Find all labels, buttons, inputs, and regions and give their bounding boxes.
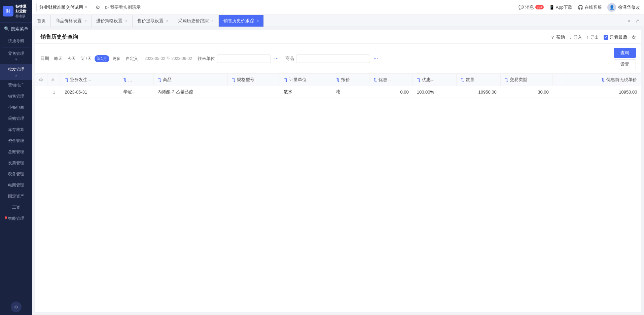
user-menu-button[interactable]: 👤 徐泽华修改 [607, 3, 640, 12]
version-selector[interactable]: 好业财标准版交付试用 ▾ [36, 3, 90, 12]
th-product[interactable]: ⇅ 商品 [153, 74, 227, 86]
date-custom-button[interactable]: 自定义 [123, 55, 140, 62]
sidebar-item-finance[interactable]: 资金管理 [0, 135, 32, 146]
topbar-settings-button[interactable]: ⚙ [94, 3, 101, 12]
table-row[interactable]: 1 2023-05-31 华谊... 丙烯酸-2-乙基己酯 [35, 86, 641, 98]
sidebar-logo: 财 畅捷通好业财 标准版 [0, 0, 32, 23]
sort-discount2-icon: ⇅ [417, 77, 421, 82]
sort-txtype-icon: ⇅ [505, 77, 508, 82]
th-spec[interactable]: ⇅ 规格型号 [227, 74, 280, 86]
date-last7-button[interactable]: 近7天 [79, 55, 94, 62]
tab-sales-history[interactable]: 销售历史价跟踪 × [219, 15, 264, 27]
date-today-button[interactable]: 今天 [65, 55, 78, 62]
checkbox-icon: ✓ [604, 35, 608, 40]
tab-close-sale-extract[interactable]: × [166, 19, 168, 23]
sidebar-item-sales[interactable]: 销售管理 [0, 91, 32, 102]
message-icon: 💬 [518, 5, 524, 10]
th-seq: # [47, 74, 61, 86]
logo-text: 畅捷通好业财 标准版 [15, 4, 30, 18]
topbar-actions: 💬 消息 99+ 📱 App下载 🎧 在线客服 👤 徐泽华修改 [518, 3, 640, 12]
date-last1m-button[interactable]: 近1月 [95, 55, 110, 62]
td-spec [227, 86, 280, 98]
expand-tab-panel-button[interactable]: ⤢ [633, 17, 641, 25]
th-price[interactable]: ⇅ 报价 [332, 74, 369, 86]
only-last-checkbox[interactable]: ✓ 只看最后一次 [604, 34, 636, 40]
date-range-text: 2023-05-02 至 2023-06-02 [144, 56, 192, 62]
th-qty[interactable]: ⇅ 数量 [456, 74, 501, 86]
filter-action-buttons: 查询 设置 [614, 48, 636, 69]
search-icon: 🔍 [4, 26, 9, 31]
tab-purchase-history[interactable]: 采购历史价跟踪 × [173, 15, 218, 27]
sidebar-item-quick-nav[interactable]: 快捷导航 [0, 35, 32, 46]
date-yesterday-button[interactable]: 昨天 [52, 55, 65, 62]
messages-button[interactable]: 💬 消息 99+ [518, 4, 544, 10]
tab-close-price-setting[interactable]: × [84, 19, 86, 23]
td-seq: 1 [47, 86, 61, 98]
source-picker-button[interactable]: ··· [273, 56, 280, 62]
sidebar-item-purchase[interactable]: 采购管理 [0, 113, 32, 124]
topbar: 好业财标准版交付试用 ▾ ⚙ ▷ 我要看实例演示 💬 消息 99+ 📱 App下… [32, 0, 644, 15]
export-button[interactable]: ↑ 导出 [587, 34, 599, 40]
check-icon: ✓ [605, 35, 607, 39]
import-icon: ↓ [570, 35, 572, 40]
wholesale-expand-icon: ▲ [14, 73, 18, 77]
tab-close-purchase-history[interactable]: × [211, 19, 213, 23]
th-txtype[interactable]: ⇅ 交易类型 [501, 74, 553, 86]
sidebar: 财 畅捷通好业财 标准版 🔍 搜索菜单 快捷导航 零售管理 ▼ 批发管理 ▲ 营… [0, 0, 32, 315]
tab-close-sales-history[interactable]: × [257, 19, 259, 23]
sidebar-item-tax[interactable]: 税务管理 [0, 169, 32, 180]
tab-price-setting[interactable]: 商品价格设置 × [51, 15, 92, 27]
tab-sale-extract[interactable]: 售价提取设置 × [133, 15, 173, 27]
th-gear[interactable]: ⚙ [35, 74, 47, 86]
td-discount1: 100.00% [413, 86, 456, 98]
th-discount2[interactable]: ⇅ 优惠... [413, 74, 456, 86]
logo-icon: 财 [3, 6, 13, 16]
sidebar-item-inventory[interactable]: 库存核算 [0, 124, 32, 135]
message-badge: 99+ [535, 5, 544, 9]
tab-purchase-strategy[interactable]: 进价策略设置 × [92, 15, 132, 27]
date-more-button[interactable]: 更多 [110, 55, 123, 62]
th-more[interactable]: ⇅ ... [119, 74, 153, 86]
import-button[interactable]: ↓ 导入 [570, 34, 582, 40]
tab-home[interactable]: 首页 [32, 15, 51, 27]
sidebar-search[interactable]: 🔍 搜索菜单 [0, 23, 32, 35]
table-area: ⚙ # ⇅ 业务发生... ⇅ [35, 74, 641, 312]
sort-qty-icon: ⇅ [461, 77, 464, 82]
th-unit[interactable]: ⇅ 计量单位 [280, 74, 332, 86]
sidebar-item-marketing[interactable]: 营销推广 [0, 80, 32, 91]
online-service-button[interactable]: 🎧 在线客服 [578, 4, 602, 10]
sidebar-item-invoice[interactable]: 发票管理 [0, 158, 32, 169]
sidebar-item-accounting[interactable]: 总账管理 [0, 146, 32, 158]
close-tab-panel-button[interactable]: × [625, 17, 633, 25]
th-discount1[interactable]: ⇅ 优惠... [369, 74, 413, 86]
td-product: 丙烯酸-2-乙基己酯 [153, 86, 227, 98]
page-header-actions: ？ 帮助 ↓ 导入 ↑ 导出 ✓ 只看最后一次 [550, 34, 636, 40]
page-title: 销售历史价查询 [40, 34, 78, 41]
query-button[interactable]: 查询 [614, 48, 636, 58]
app-download-button[interactable]: 📱 App下载 [549, 4, 572, 10]
product-picker-button[interactable]: ··· [372, 56, 379, 62]
page-header: 销售历史价查询 ？ 帮助 ↓ 导入 ↑ 导出 ✓ 只 [35, 30, 641, 44]
sidebar-settings-button[interactable]: ⚙ [11, 302, 22, 312]
sidebar-item-salary[interactable]: 工资 [0, 202, 32, 213]
sidebar-item-ecommerce[interactable]: 电商管理 [0, 180, 32, 191]
demo-button[interactable]: ▷ 我要看实例演示 [105, 4, 141, 10]
sidebar-item-smart[interactable]: 智能管理 [0, 213, 32, 224]
filter-area: 日期 昨天 今天 近7天 近1月 更多 自定义 2023-05-02 至 202… [35, 44, 641, 74]
retail-expand-icon: ▼ [14, 58, 18, 61]
source-input[interactable] [217, 55, 271, 63]
sidebar-item-ecommerce-small[interactable]: 小畅电商 [0, 102, 32, 113]
th-date[interactable]: ⇅ 业务发生... [61, 74, 119, 86]
settings-button[interactable]: 设置 [614, 59, 636, 69]
sidebar-item-wholesale[interactable]: 批发管理 ▲ [0, 64, 32, 80]
sort-price-icon: ⇅ [336, 77, 340, 82]
help-button[interactable]: ？ 帮助 [550, 34, 565, 40]
product-input[interactable] [296, 55, 370, 63]
main-area: 好业财标准版交付试用 ▾ ⚙ ▷ 我要看实例演示 💬 消息 99+ 📱 App下… [32, 0, 644, 315]
help-icon: ？ [550, 34, 555, 40]
tab-close-purchase-strategy[interactable]: × [125, 19, 127, 23]
sidebar-item-assets[interactable]: 固定资产 [0, 191, 32, 202]
sidebar-item-retail[interactable]: 零售管理 ▼ [0, 48, 32, 64]
th-pretax[interactable]: ⇅ 优惠前无税单价 [567, 74, 641, 86]
sort-more-icon: ⇅ [123, 77, 127, 82]
